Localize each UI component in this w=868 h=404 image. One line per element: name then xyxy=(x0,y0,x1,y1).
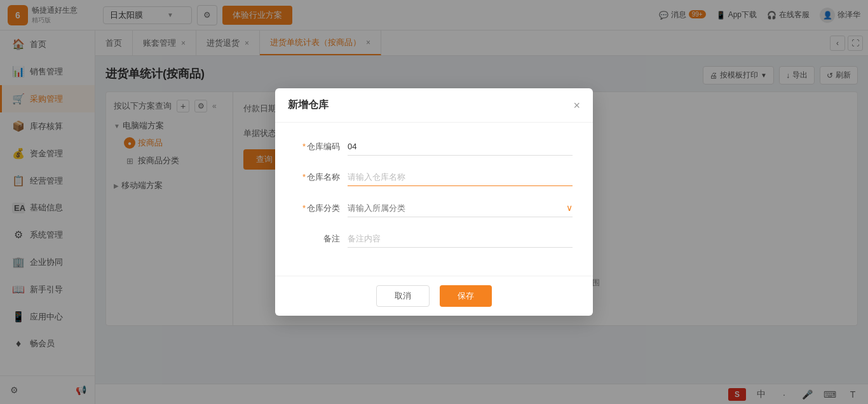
cancel-btn[interactable]: 取消 xyxy=(376,285,430,307)
note-label: 备注 xyxy=(295,233,340,245)
code-input[interactable] xyxy=(348,138,573,156)
category-dropdown-icon: ∨ xyxy=(566,203,573,213)
category-select[interactable]: ∨ xyxy=(348,199,573,217)
note-input[interactable] xyxy=(348,230,573,248)
form-row-code: *仓库编码 xyxy=(295,138,573,156)
category-label: *仓库分类 xyxy=(295,203,340,214)
save-btn[interactable]: 保存 xyxy=(440,285,492,307)
modal-header: 新增仓库 × xyxy=(275,88,593,123)
modal-overlay[interactable]: 新增仓库 × *仓库编码 *仓库名称 *仓库分类 xyxy=(0,0,868,404)
name-input[interactable] xyxy=(348,168,573,186)
modal-body: *仓库编码 *仓库名称 *仓库分类 ∨ xyxy=(275,123,593,276)
name-label: *仓库名称 xyxy=(295,172,340,183)
modal-footer: 取消 保存 xyxy=(275,276,593,316)
code-label: *仓库编码 xyxy=(295,141,340,152)
form-row-category: *仓库分类 ∨ xyxy=(295,199,573,217)
category-input[interactable] xyxy=(348,203,566,213)
form-row-name: *仓库名称 xyxy=(295,168,573,186)
modal-close-btn[interactable]: × xyxy=(573,100,580,111)
modal-title: 新增仓库 xyxy=(288,98,329,112)
form-row-note: 备注 xyxy=(295,230,573,248)
new-warehouse-modal: 新增仓库 × *仓库编码 *仓库名称 *仓库分类 xyxy=(275,88,593,316)
